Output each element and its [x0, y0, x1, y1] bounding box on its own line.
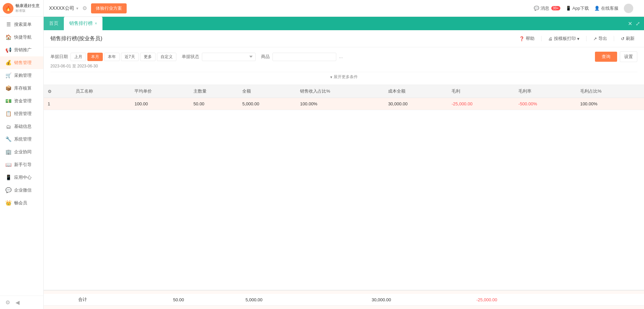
col-header-gross: 毛利: [447, 85, 514, 98]
filter-area: 单据日期 上月本月本年近7天更多自定义 单据状态 商品 …: [44, 47, 644, 85]
date-filter-group: 单据日期 上月本月本年近7天更多自定义: [50, 53, 176, 61]
cell-avg_price: 100.00: [130, 98, 189, 110]
online-service-icon: 👤: [594, 6, 600, 11]
sidebar-icon-search: ☰: [5, 21, 11, 28]
goods-filter-group: 商品 …: [261, 53, 343, 61]
divider3: [614, 36, 614, 41]
refresh-button[interactable]: ↺ 刷新: [618, 34, 637, 43]
footer-cell-gross: -25,000.00: [472, 294, 583, 306]
date-filter-label: 单据日期: [50, 54, 68, 60]
footer-cell-gross_pct: [613, 294, 644, 306]
logo-text: 畅康通好生意: [15, 3, 40, 9]
sidebar-item-member[interactable]: 👑畅会员: [0, 197, 43, 209]
goods-input[interactable]: [272, 53, 336, 61]
sidebar-item-inventory[interactable]: 📦库存核算: [0, 82, 43, 95]
status-label: 单据状态: [182, 54, 199, 60]
table-area: ⚙员工名称平均单价主数量全额销售收入占比%成本全额毛利毛利率毛利占比% 1100…: [44, 85, 644, 290]
company-selector[interactable]: XXXXX公司 ▾: [49, 5, 78, 11]
sidebar-item-apps[interactable]: 📱应用中心: [0, 171, 43, 184]
sidebar-icon-wechat: 💬: [5, 187, 11, 193]
divider2: [586, 36, 587, 41]
cell-amount: 5,000.00: [238, 98, 296, 110]
footer-cell-sales_pct: [337, 294, 368, 306]
avatar[interactable]: [624, 4, 633, 13]
divider: [541, 36, 542, 41]
cell-gross: -25,000.00: [447, 98, 514, 110]
sidebar-item-system[interactable]: 🔧系统管理: [0, 133, 43, 146]
filter-row-1: 单据日期 上月本月本年近7天更多自定义 单据状态 商品 …: [50, 51, 637, 62]
expand-more-button[interactable]: ▾ 展开更多条件: [330, 74, 358, 80]
sidebar-item-purchase[interactable]: 🛒采购管理: [0, 69, 43, 82]
sidebar-item-sales[interactable]: 💰销售管理: [0, 56, 43, 69]
sidebar: 🔥 畅康通好生意 标准版 ☰搜索菜单🏠快捷导航📢营销推广💰销售管理🛒采购管理📦库…: [0, 0, 44, 309]
sidebar-item-marketing[interactable]: 📢营销推广: [0, 44, 43, 56]
tab-fullscreen-icon[interactable]: ⤢: [636, 20, 640, 27]
sidebar-label-finance: 资金管理: [14, 98, 32, 104]
tab-home-label: 首页: [49, 20, 58, 27]
print-button[interactable]: 🖨 按模板打印 ▾: [546, 34, 582, 43]
tab-actions: ✕ ⤢: [624, 20, 644, 27]
export-icon: ↗: [593, 36, 597, 41]
sidebar-item-enterprise[interactable]: 🏢企业协同: [0, 146, 43, 158]
sidebar-item-operations[interactable]: 📋经营管理: [0, 107, 43, 120]
sidebar-label-inventory: 库存核算: [14, 85, 32, 91]
sidebar-item-wechat[interactable]: 💬企业微信: [0, 184, 43, 197]
sidebar-item-finance[interactable]: 💵资金管理: [0, 95, 43, 107]
sidebar-item-basic[interactable]: 🗂基础信息: [0, 120, 43, 133]
col-header-amount: 全额: [238, 85, 296, 98]
sidebar-icon-operations: 📋: [5, 111, 11, 117]
date-btn-上月[interactable]: 上月: [71, 53, 86, 61]
filter-settings-button[interactable]: 设置: [620, 51, 637, 62]
company-chevron-icon: ▾: [76, 6, 78, 11]
message-button[interactable]: 💬 消息 99+: [534, 5, 560, 11]
trial-button[interactable]: 体验行业方案: [91, 3, 127, 13]
page-header: 销售排行榜(按业务员) ❓ 帮助 🖨 按模板打印 ▾ ↗ 导出: [44, 30, 644, 47]
more-options-btn[interactable]: …: [339, 54, 343, 59]
sidebar-label-basic: 基础信息: [14, 123, 32, 130]
sidebar-item-guide[interactable]: 📖新手引导: [0, 158, 43, 171]
status-select[interactable]: [202, 53, 256, 61]
footer-cell-amount: 5,000.00: [242, 294, 337, 306]
sidebar-label-quick-nav: 快捷导航: [14, 34, 32, 40]
footer-cell-gross_rate: [583, 294, 613, 306]
date-btn-近7天[interactable]: 近7天: [121, 53, 139, 61]
sidebar-icon-basic: 🗂: [5, 124, 11, 130]
cell-sales_pct: 100.00%: [296, 98, 384, 110]
tab-home[interactable]: 首页: [44, 17, 64, 30]
header-gear-icon[interactable]: ⚙: [82, 5, 87, 11]
footer-cell-settings: [44, 294, 74, 306]
col-header-cost: 成本全额: [384, 85, 447, 98]
tab-close-icon[interactable]: ×: [95, 21, 97, 26]
sidebar-label-marketing: 营销推广: [14, 47, 32, 53]
tab-close-all-icon[interactable]: ✕: [628, 20, 632, 27]
sidebar-collapse-icon[interactable]: ◀: [15, 299, 19, 306]
sidebar-label-guide: 新手引导: [14, 162, 32, 168]
cell-cost: 30,000.00: [384, 98, 447, 110]
sidebar-icon-inventory: 📦: [5, 85, 11, 91]
online-service-button[interactable]: 👤 在线客服: [594, 5, 618, 11]
cell-gross_rate: -500.00%: [514, 98, 576, 110]
footer-row: 合计50.005,000.0030,000.00-25,000.00: [44, 294, 644, 306]
date-btn-本年[interactable]: 本年: [104, 53, 120, 61]
sidebar-label-search: 搜索菜单: [14, 21, 32, 28]
tab-sales-ranking[interactable]: 销售排行榜 ×: [64, 17, 102, 30]
sidebar-icon-sales: 💰: [5, 60, 11, 66]
date-btn-更多[interactable]: 更多: [140, 53, 156, 61]
help-button[interactable]: ❓ 帮助: [516, 34, 537, 43]
date-btn-本月[interactable]: 本月: [87, 53, 103, 61]
tab-sales-label: 销售排行榜: [69, 20, 93, 27]
sidebar-item-quick-nav[interactable]: 🏠快捷导航: [0, 31, 43, 44]
search-button[interactable]: 查询: [595, 52, 617, 62]
sidebar-settings-icon[interactable]: ⚙: [5, 299, 10, 306]
export-button[interactable]: ↗ 导出: [591, 34, 610, 43]
table-header: ⚙员工名称平均单价主数量全额销售收入占比%成本全额毛利毛利率毛利占比%: [44, 85, 644, 98]
tab-bar: 首页 销售排行榜 × ✕ ⤢: [44, 17, 644, 30]
app-download-button[interactable]: 📱 App下载: [566, 5, 589, 11]
date-btn-自定义[interactable]: 自定义: [157, 53, 176, 61]
date-buttons: 上月本月本年近7天更多自定义: [71, 53, 176, 61]
table-row: 1100.0050.005,000.00100.00%30,000.00-25,…: [44, 98, 644, 110]
sidebar-item-search[interactable]: ☰搜索菜单: [0, 18, 43, 31]
status-filter-group: 单据状态: [182, 53, 256, 61]
header-right: 💬 消息 99+ 📱 App下载 👤 在线客服: [534, 4, 639, 13]
top-header: XXXXX公司 ▾ ⚙ 体验行业方案 💬 消息 99+ 📱 App下载 👤 在线…: [44, 0, 644, 17]
